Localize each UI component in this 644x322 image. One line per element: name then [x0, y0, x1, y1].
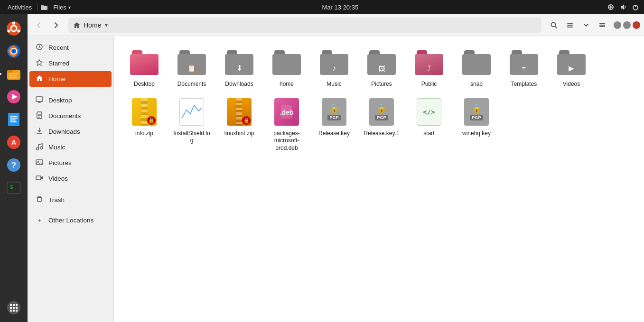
videos-label: Videos — [48, 175, 68, 182]
svg-rect-1 — [41, 5, 44, 7]
file-item-installshield-log[interactable]: InstallShield.log — [169, 93, 215, 155]
sidebar-item-desktop[interactable]: Desktop — [28, 92, 113, 108]
file-manager-window: Home ▾ — [28, 14, 644, 322]
svg-rect-46 — [567, 25, 573, 26]
location-bar[interactable]: Home ▾ — [68, 18, 541, 33]
svg-rect-48 — [599, 23, 605, 24]
location-home-icon — [73, 21, 81, 29]
file-item-home[interactable]: home — [264, 44, 309, 91]
file-item-downloads[interactable]: ⬇ Downloads — [216, 44, 262, 91]
file-item-pictures[interactable]: 🖼 Pictures — [359, 44, 404, 91]
forward-button[interactable] — [48, 18, 64, 33]
power-icon[interactable] — [632, 3, 639, 11]
svg-marker-52 — [37, 60, 42, 65]
minimize-button[interactable] — [614, 21, 621, 29]
svg-rect-34 — [10, 304, 12, 306]
dock-help[interactable]: ? — [3, 155, 24, 175]
dock-libreoffice[interactable] — [3, 109, 24, 130]
svg-point-14 — [11, 49, 16, 54]
sidebar-item-home[interactable]: Home — [29, 71, 112, 87]
file-item-videos[interactable]: ▶ Videos — [549, 44, 594, 91]
start-file-label: start — [423, 130, 434, 138]
svg-rect-35 — [13, 304, 15, 306]
downloads-folder-icon: ⬇ — [225, 50, 253, 75]
svg-rect-40 — [10, 310, 12, 312]
file-item-music[interactable]: ♪ Music — [311, 44, 357, 91]
winehq-key-icon: 🔒 PGP — [464, 98, 489, 126]
topbar-left: Activities Files ▾ — [5, 0, 74, 14]
svg-rect-47 — [567, 27, 573, 28]
dock-terminal[interactable]: $_ — [3, 177, 24, 198]
activities-button[interactable]: Activities — [5, 0, 35, 14]
info-zip-label: info.zip — [135, 130, 153, 138]
search-button[interactable] — [546, 18, 561, 33]
sidebar-item-starred[interactable]: Starred — [28, 55, 113, 71]
sound-icon[interactable] — [619, 3, 627, 11]
file-item-release-key[interactable]: 🔒 PGP Release.key — [311, 93, 357, 155]
music-sidebar-icon — [35, 143, 44, 152]
menu-button[interactable] — [595, 18, 610, 33]
svg-rect-24 — [10, 118, 18, 119]
dock-firefox[interactable] — [3, 41, 24, 62]
search-icon — [550, 21, 558, 29]
file-area: Desktop 📋 Documents — [114, 36, 644, 322]
lock-icon: 🔒 — [147, 116, 156, 125]
file-item-linuxhint-zip[interactable]: 🔒 linuxhint.zip — [216, 93, 262, 155]
file-item-winehq-key[interactable]: 🔒 PGP winehq.key — [454, 93, 499, 155]
file-item-templates[interactable]: ≡ Templates — [501, 44, 547, 91]
location-text: Home — [84, 21, 101, 29]
view-list-button[interactable] — [562, 18, 578, 33]
winehq-key-label: winehq.key — [462, 130, 491, 138]
sidebar-item-documents[interactable]: Documents — [28, 108, 113, 124]
location-dropdown-arrow[interactable]: ▾ — [105, 22, 108, 28]
file-item-start[interactable]: </> start — [406, 93, 452, 155]
svg-rect-50 — [599, 26, 605, 27]
file-item-snap[interactable]: snap — [454, 44, 499, 91]
sidebar-item-recent[interactable]: Recent — [28, 40, 113, 55]
other-locations-icon: + — [35, 217, 44, 224]
downloads-sidebar-icon — [35, 127, 44, 136]
sidebar-item-music[interactable]: Music — [28, 139, 113, 155]
starred-icon — [35, 59, 44, 68]
sidebar-item-trash[interactable]: Trash — [28, 192, 113, 208]
file-item-release-key-1[interactable]: 🔒 PGP Release.key.1 — [359, 93, 404, 155]
file-item-packages-deb[interactable]: .deb packages-microsoft-prod.deb — [264, 93, 309, 155]
public-folder-icon: ⤴ — [415, 50, 443, 75]
svg-rect-18 — [9, 75, 17, 76]
svg-text:?: ? — [11, 161, 16, 170]
sidebar-item-downloads[interactable]: Downloads — [28, 124, 113, 139]
svg-rect-23 — [10, 116, 18, 117]
desktop-file-label: Desktop — [134, 81, 155, 88]
svg-point-10 — [8, 30, 10, 33]
public-file-label: Public — [421, 81, 437, 88]
dock-files[interactable] — [3, 64, 24, 84]
dock-appstore[interactable]: A — [3, 132, 24, 153]
sidebar-item-other-locations[interactable]: + Other Locations — [28, 213, 113, 227]
packages-deb-label: packages-microsoft-prod.deb — [267, 130, 307, 152]
other-locations-label: Other Locations — [48, 217, 93, 224]
recent-label: Recent — [48, 44, 69, 51]
back-button[interactable] — [31, 18, 47, 33]
svg-rect-39 — [16, 307, 18, 309]
close-button[interactable] — [633, 21, 640, 29]
starred-label: Starred — [48, 60, 69, 67]
linuxhint-zip-label: linuxhint.zip — [224, 130, 254, 138]
dock-ubuntu[interactable] — [3, 18, 24, 39]
maximize-button[interactable] — [623, 21, 631, 29]
window-controls — [614, 21, 640, 29]
sidebar-item-videos[interactable]: Videos — [28, 171, 113, 186]
view-options-button[interactable] — [579, 18, 594, 33]
release-key-label: Release.key — [318, 130, 350, 138]
file-item-public[interactable]: ⤴ Public — [406, 44, 452, 91]
dock-app-grid[interactable] — [3, 297, 24, 318]
file-item-desktop[interactable]: Desktop — [121, 44, 167, 91]
sidebar-item-pictures[interactable]: Pictures — [28, 155, 113, 171]
videos-folder-icon: ▶ — [557, 50, 586, 75]
dock-rhythmbox[interactable] — [3, 86, 24, 107]
files-menu-button[interactable]: Files ▾ — [50, 0, 73, 14]
downloads-label: Downloads — [48, 128, 80, 135]
home-label: Home — [48, 75, 65, 83]
file-item-documents[interactable]: 📋 Documents — [169, 44, 215, 91]
deb-file-icon: .deb — [274, 98, 299, 126]
file-item-info-zip[interactable]: 🔒 info.zip — [121, 93, 167, 155]
